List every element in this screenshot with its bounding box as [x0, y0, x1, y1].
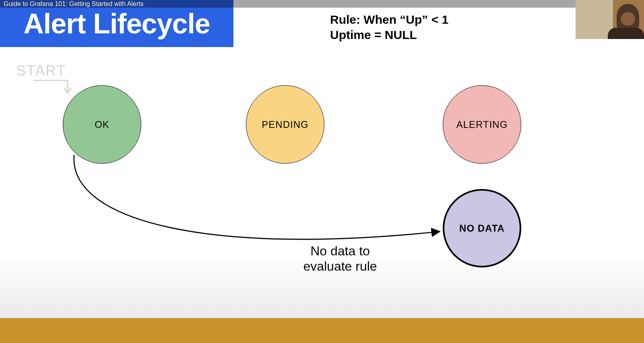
- webcam-body-silhouette: [608, 28, 644, 39]
- slide-title: Alert Lifecycle: [23, 8, 210, 40]
- state-ok: OK: [63, 85, 141, 164]
- transition-label: No data to evaluate rule: [268, 243, 413, 274]
- rule-line-2: Uptime = NULL: [330, 27, 448, 43]
- state-pending: PENDING: [246, 85, 324, 164]
- rule-text: Rule: When “Up” < 1 Uptime = NULL: [330, 12, 448, 42]
- start-label: START: [16, 62, 66, 79]
- start-arrow-icon: [32, 80, 72, 97]
- state-no-data: NO DATA: [443, 189, 521, 267]
- webcam-face-silhouette: [621, 12, 635, 26]
- transition-label-line-2: evaluate rule: [268, 259, 413, 274]
- state-pending-label: PENDING: [262, 119, 308, 130]
- presenter-webcam: [576, 0, 644, 39]
- transition-label-line-1: No data to: [268, 243, 413, 259]
- state-alerting-label: ALERTING: [456, 119, 508, 130]
- state-no-data-label: NO DATA: [459, 223, 505, 234]
- state-alerting: ALERTING: [443, 85, 521, 164]
- bottom-accent-bar: [0, 318, 644, 343]
- rule-line-1: Rule: When “Up” < 1: [330, 12, 448, 27]
- video-caption: Guide to Grafana 101: Getting Started wi…: [4, 0, 144, 8]
- state-ok-label: OK: [95, 119, 109, 130]
